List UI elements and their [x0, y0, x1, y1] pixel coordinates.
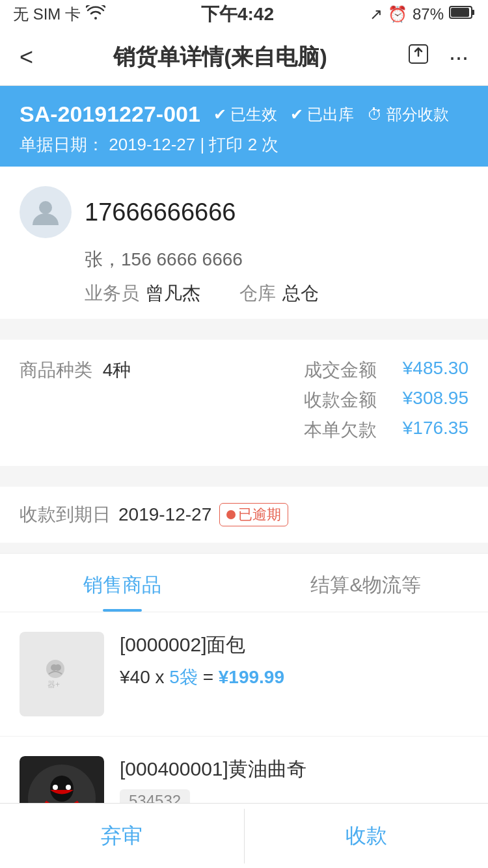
back-button[interactable]: < [20, 44, 33, 71]
avatar [20, 186, 72, 238]
svg-point-12 [66, 785, 71, 790]
clock-icon: ⏱ [367, 105, 383, 124]
product-name-2: [000400001]黄油曲奇 [120, 756, 468, 783]
location-icon: ↗ [370, 5, 383, 23]
customer-meta: 业务员 曾凡杰 仓库 总仓 [20, 281, 468, 306]
divider-2 [0, 476, 488, 487]
header-date-row: 单据日期： 2019-12-27 | 打印 2 次 [20, 133, 468, 156]
svg-rect-1 [472, 10, 474, 15]
badge-activated: ✔ 已生效 [213, 104, 277, 125]
svg-point-4 [39, 201, 52, 214]
tab-settlement[interactable]: 结算&物流等 [244, 554, 488, 612]
status-time: 下午4:42 [201, 2, 274, 27]
overdue-badge: 已逾期 [219, 503, 288, 526]
overdue-section: 收款到期日 2019-12-27 已逾期 [0, 487, 488, 543]
wifi-icon [86, 5, 105, 23]
alarm-icon: ⏰ [388, 5, 407, 23]
product-thumb-1: 器+ [20, 632, 104, 716]
product-price-1: ¥40 x 5袋 = ¥199.99 [120, 665, 468, 690]
thumb-placeholder-1: 器+ [20, 632, 104, 716]
debt-row: 本单欠款 ¥176.35 [304, 418, 468, 442]
page-title: 销货单详情(来自电脑) [113, 42, 327, 72]
badge-shipped: ✔ 已出库 [290, 104, 354, 125]
bottom-bar: 弃审 收款 [0, 803, 488, 868]
customer-row: 17666666666 [20, 186, 468, 238]
svg-point-11 [53, 785, 58, 790]
carrier-text: 无 SIM 卡 [13, 4, 81, 25]
status-left: 无 SIM 卡 [13, 4, 105, 25]
tabs-section: 销售商品 结算&物流等 [0, 553, 488, 612]
more-button[interactable]: ··· [449, 44, 468, 71]
abandon-review-button[interactable]: 弃审 [0, 809, 245, 863]
svg-point-7 [55, 664, 61, 671]
summary-right: 成交金额 ¥485.30 收款金额 ¥308.95 本单欠款 ¥176.35 [304, 358, 468, 448]
svg-text:器+: 器+ [47, 680, 60, 689]
customer-section: 17666666666 张，156 6666 6666 业务员 曾凡杰 仓库 总… [0, 167, 488, 319]
check-icon-1: ✔ [213, 105, 226, 124]
divider-1 [0, 329, 488, 340]
summary-left: 商品种类 4种 [20, 358, 131, 383]
tab-sales-products[interactable]: 销售商品 [0, 554, 244, 612]
list-item: 器+ [0000002]面包 ¥40 x 5袋 = ¥199.99 [0, 612, 488, 737]
pay-row: 收款金额 ¥308.95 [304, 388, 468, 413]
share-button[interactable] [407, 43, 429, 71]
svg-rect-2 [451, 8, 469, 17]
collect-payment-button[interactable]: 收款 [245, 809, 489, 863]
order-id: SA-20191227-001 [20, 102, 200, 127]
deal-row: 成交金额 ¥485.30 [304, 358, 468, 383]
customer-name: 张，156 6666 6666 [20, 247, 468, 272]
customer-phone: 17666666666 [85, 198, 236, 226]
product-info-1: [0000002]面包 ¥40 x 5袋 = ¥199.99 [120, 632, 468, 690]
battery-icon [449, 5, 475, 23]
agent-info: 业务员 曾凡杰 [85, 281, 200, 306]
nav-right-actions: ··· [407, 43, 468, 71]
status-bar: 无 SIM 卡 下午4:42 ↗ ⏰ 87% [0, 0, 488, 29]
battery-text: 87% [413, 5, 444, 23]
status-right: ↗ ⏰ 87% [370, 5, 475, 23]
summary-section: 商品种类 4种 成交金额 ¥485.30 收款金额 ¥308.95 本单欠款 ¥… [0, 340, 488, 466]
tabs-row: 销售商品 结算&物流等 [0, 554, 488, 612]
nav-bar: < 销货单详情(来自电脑) ··· [0, 29, 488, 86]
order-id-row: SA-20191227-001 ✔ 已生效 ✔ 已出库 ⏱ 部分收款 [20, 102, 468, 127]
header-banner: SA-20191227-001 ✔ 已生效 ✔ 已出库 ⏱ 部分收款 单据日期：… [0, 86, 488, 167]
check-icon-2: ✔ [290, 105, 303, 124]
warehouse-info: 仓库 总仓 [239, 281, 319, 306]
badge-partial: ⏱ 部分收款 [367, 104, 449, 125]
divider-3 [0, 543, 488, 553]
product-name-1: [0000002]面包 [120, 632, 468, 658]
overdue-dot-icon [226, 510, 236, 519]
